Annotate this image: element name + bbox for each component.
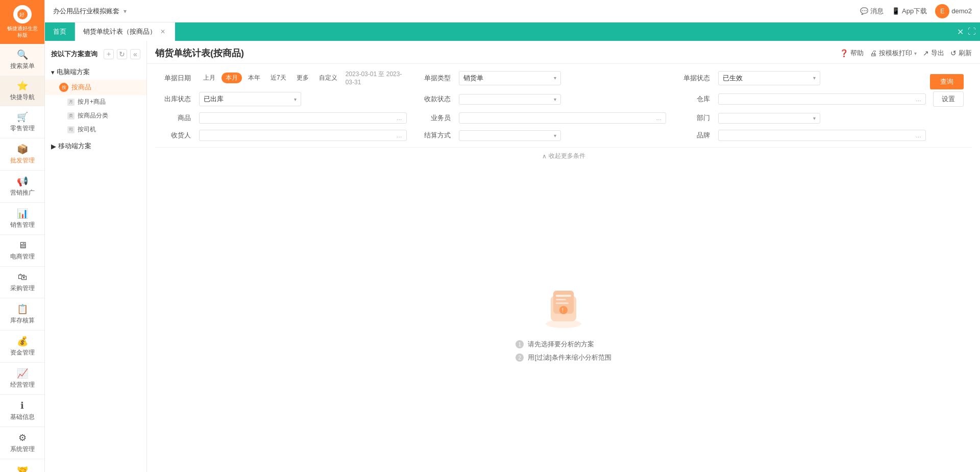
- tab-close-button[interactable]: ✕: [957, 27, 964, 37]
- print-label: 按模板打印: [879, 49, 912, 58]
- tree-parent-mobile[interactable]: ▶ 移动端方案: [45, 138, 146, 154]
- warehouse-control: …: [718, 93, 926, 105]
- receiver-input[interactable]: …: [199, 130, 407, 141]
- date-tab-this-year[interactable]: 本年: [244, 73, 264, 83]
- tree-child-by-goods[interactable]: 按 按商品: [45, 80, 146, 95]
- topbar-right: 💬 消息 📱 App下载 E demo2: [860, 4, 972, 18]
- collect-status-select[interactable]: ▾: [459, 94, 561, 105]
- staff-input[interactable]: …: [459, 112, 667, 124]
- tree-sub-child-month-goods[interactable]: 月 按月+商品: [45, 95, 146, 109]
- out-status-select[interactable]: 已出库 ▾: [199, 92, 301, 106]
- goods-dots-button[interactable]: …: [397, 115, 402, 121]
- tree-parent-label: 电脑端方案: [57, 67, 90, 77]
- date-tab-this-month[interactable]: 本月: [222, 73, 242, 83]
- collapse-label: 收起更多条件: [549, 152, 585, 160]
- doc-status-caret-icon: ▾: [813, 75, 816, 81]
- export-button[interactable]: ↗ 导出: [923, 49, 944, 58]
- refresh-button[interactable]: ↺ 刷新: [950, 49, 972, 58]
- settings-button[interactable]: 设置: [933, 91, 964, 107]
- system-icon: ⚙: [18, 432, 27, 443]
- date-tab-7days[interactable]: 近7天: [266, 73, 290, 83]
- tab-restore-button[interactable]: ⛶: [968, 27, 976, 36]
- print-dropdown-icon[interactable]: ▾: [914, 51, 917, 56]
- tab-sales-stats[interactable]: 销货单统计表（按商品） ✕: [75, 22, 175, 41]
- sidebar-item-collab[interactable]: 🤝 企业协同: [0, 459, 44, 472]
- doc-status-select[interactable]: 已生效 ▾: [718, 71, 820, 85]
- brand-dots-button[interactable]: …: [916, 132, 921, 138]
- sidebar-item-purchase[interactable]: 🛍 采购管理: [0, 267, 44, 298]
- print-button[interactable]: 🖨 按模板打印 ▾: [870, 49, 917, 58]
- sidebar-item-inventory[interactable]: 📋 库存核算: [0, 298, 44, 331]
- user-menu[interactable]: E demo2: [935, 4, 972, 18]
- dept-select[interactable]: ▾: [718, 113, 820, 124]
- tip-text-1: 请先选择要分析的方案: [528, 340, 594, 349]
- empty-tips: 1 请先选择要分析的方案 2 用[过滤]条件来缩小分析范围: [516, 340, 611, 362]
- collapse-panel-button[interactable]: «: [130, 49, 140, 59]
- sidebar-label-search: 搜索菜单: [10, 62, 35, 70]
- receiver-dots-button[interactable]: …: [397, 132, 402, 138]
- avatar: E: [935, 4, 949, 18]
- print-icon: 🖨: [870, 49, 877, 57]
- payment-control: ▾: [459, 130, 667, 141]
- refresh-scheme-button[interactable]: ↻: [117, 49, 127, 59]
- payment-select[interactable]: ▾: [459, 130, 561, 141]
- sidebar-item-operations[interactable]: 📈 经营管理: [0, 363, 44, 395]
- tab-sales-stats-label: 销货单统计表（按商品）: [83, 27, 156, 36]
- message-icon: 💬: [860, 7, 868, 15]
- doc-type-select[interactable]: 销货单 ▾: [459, 71, 561, 85]
- date-tab-last-month[interactable]: 上月: [199, 73, 219, 83]
- sidebar-label-sales: 销售管理: [10, 221, 35, 229]
- goods-input[interactable]: …: [199, 112, 407, 124]
- sidebar-label-operations: 经营管理: [10, 381, 35, 389]
- tab-home[interactable]: 首页: [45, 22, 75, 41]
- add-scheme-button[interactable]: ＋: [104, 49, 114, 59]
- sidebar-item-quick-nav[interactable]: ⭐ 快捷导航: [0, 76, 44, 106]
- receiver-label: 收货人: [155, 131, 191, 140]
- query-button[interactable]: 查询: [930, 74, 964, 89]
- sidebar-item-basic[interactable]: ℹ 基础信息: [0, 395, 44, 427]
- left-panel-title: 按以下方案查询: [51, 50, 97, 59]
- username: demo2: [951, 7, 972, 15]
- sidebar-item-system[interactable]: ⚙ 系统管理: [0, 427, 44, 459]
- sidebar-item-ecommerce[interactable]: 🖥 电商管理: [0, 235, 44, 267]
- topbar: 办公用品行业模拟账套 ▾ 💬 消息 📱 App下载 E demo2: [45, 0, 980, 22]
- basic-icon: ℹ: [20, 400, 24, 411]
- search-icon: 🔍: [17, 49, 28, 60]
- filter-row-3: 商品 … 业务员 …: [155, 112, 926, 124]
- tab-home-label: 首页: [53, 27, 66, 36]
- tree-sub-child-category[interactable]: 类 按商品分类: [45, 109, 146, 123]
- brand-input[interactable]: …: [718, 130, 926, 141]
- refresh-icon: ↺: [950, 49, 957, 57]
- tab-close-icon[interactable]: ✕: [159, 27, 166, 36]
- sidebar-item-finance[interactable]: 💰 资金管理: [0, 331, 44, 363]
- sidebar-item-sales[interactable]: 📊 销售管理: [0, 203, 44, 235]
- message-label: 消息: [870, 7, 884, 16]
- tree-parent-desktop[interactable]: ▾ 电脑端方案: [45, 64, 146, 80]
- sidebar-label-system: 系统管理: [10, 445, 35, 454]
- tree-sub-child-driver[interactable]: 司 按司机: [45, 123, 146, 136]
- sidebar-item-retail[interactable]: 🛒 零售管理: [0, 106, 44, 138]
- staff-dots-button[interactable]: …: [656, 115, 662, 121]
- message-button[interactable]: 💬 消息: [860, 7, 884, 16]
- logo-icon: 好: [13, 5, 32, 23]
- doc-type-control: 销货单 ▾: [459, 71, 667, 85]
- sidebar-item-marketing[interactable]: 📢 营销推广: [0, 171, 44, 203]
- svg-rect-7: [556, 302, 569, 304]
- sidebar-item-search[interactable]: 🔍 搜索菜单: [0, 44, 44, 76]
- warehouse-dots-button[interactable]: …: [916, 96, 921, 102]
- help-button[interactable]: ❓ 帮助: [840, 49, 864, 58]
- collapse-bar[interactable]: ∧ 收起更多条件: [155, 147, 972, 164]
- warehouse-input[interactable]: …: [718, 93, 926, 105]
- svg-text:好: 好: [19, 12, 24, 17]
- payment-caret-icon: ▾: [554, 133, 556, 138]
- date-tab-more[interactable]: 更多: [292, 73, 313, 83]
- sidebar-item-wholesale[interactable]: 📦 批发管理: [0, 138, 44, 171]
- purchase-icon: 🛍: [18, 272, 27, 282]
- export-icon: ↗: [923, 49, 929, 57]
- topbar-dropdown-icon[interactable]: ▾: [124, 8, 127, 15]
- date-tab-custom[interactable]: 自定义: [315, 73, 341, 83]
- staff-control: …: [459, 112, 667, 124]
- app-logo[interactable]: 好 畅捷通好生意 标版: [0, 0, 45, 44]
- sidebar-label-finance: 资金管理: [10, 348, 35, 357]
- app-download-button[interactable]: 📱 App下载: [892, 7, 927, 16]
